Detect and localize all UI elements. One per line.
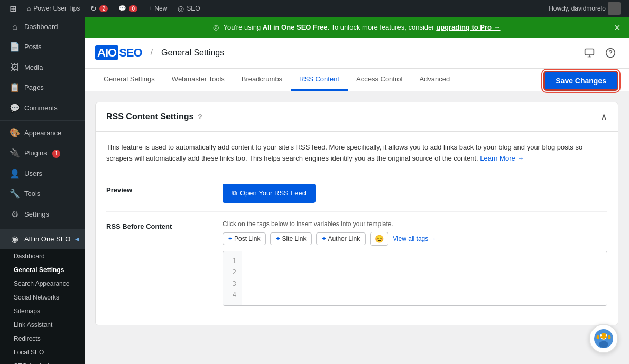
site-name-link[interactable]: ⌂ Power User Tips	[22, 0, 85, 17]
sidebar-item-label: Comments	[24, 104, 58, 113]
rss-before-textarea[interactable]	[242, 251, 607, 305]
chevron-right-icon: ◀	[75, 236, 79, 243]
banner-text: You're using All in One SEO Free. To unl…	[223, 23, 500, 31]
screen-options-button[interactable]	[581, 45, 597, 61]
tab-general-settings[interactable]: General Settings	[95, 69, 163, 91]
sidebar-item-plugins[interactable]: 🔌 Plugins 1	[0, 143, 85, 163]
banner-close-button[interactable]: ✕	[614, 22, 621, 32]
submenu-item-aioseo-dashboard[interactable]: Dashboard	[0, 249, 85, 263]
sidebar-item-label: Users	[24, 169, 42, 179]
content-area: RSS Content Settings ? ∧ This feature is…	[85, 91, 629, 336]
emoji-picker-button[interactable]: 😊	[370, 232, 388, 246]
menu-divider-2	[0, 227, 85, 227]
submenu-item-social-networks[interactable]: Social Networks	[0, 291, 85, 304]
sidebar-item-settings[interactable]: ⚙ Settings	[0, 204, 85, 225]
submenu-item-general-settings[interactable]: General Settings	[0, 263, 85, 277]
comments-link[interactable]: 💬 0	[113, 0, 143, 17]
home-icon: ⌂	[27, 5, 31, 12]
tab-access-control[interactable]: Access Control	[348, 69, 411, 91]
help-button[interactable]	[603, 45, 618, 61]
appearance-icon: 🎨	[10, 127, 20, 139]
user-greeting: Howdy, davidmorelo	[549, 5, 606, 12]
preview-label: Preview	[106, 184, 212, 194]
tab-rss-content[interactable]: RSS Content	[291, 69, 348, 91]
author-link-tag-button[interactable]: + Author Link	[316, 232, 366, 245]
sidebar-item-label: Posts	[24, 42, 42, 52]
open-rss-feed-button[interactable]: ⧉ Open Your RSS Feed	[223, 184, 316, 203]
tab-webmaster-tools[interactable]: Webmaster Tools	[163, 69, 233, 91]
description-text: This feature is used to automatically ad…	[106, 142, 607, 164]
pages-icon: 📋	[10, 82, 20, 94]
view-all-tags-link[interactable]: View all tags →	[393, 235, 436, 242]
submenu-item-link-assistant[interactable]: Link Assistant	[0, 318, 85, 332]
sidebar-item-label: Settings	[24, 210, 49, 219]
svg-point-7	[606, 334, 608, 337]
sidebar-item-appearance[interactable]: 🎨 Appearance	[0, 123, 85, 143]
rss-before-label: RSS Before Content	[106, 220, 212, 230]
seo-icon: ◎	[178, 4, 184, 13]
main-content: ◎ You're using All in One SEO Free. To u…	[85, 17, 629, 364]
sidebar-item-posts[interactable]: 📄 Posts	[0, 37, 85, 57]
sidebar-item-media[interactable]: 🖼 Media	[0, 58, 85, 78]
new-content-link[interactable]: + New	[143, 0, 172, 17]
seo-link[interactable]: ◎ SEO	[172, 0, 205, 17]
svg-rect-0	[585, 49, 594, 55]
tab-advanced[interactable]: Advanced	[411, 69, 458, 91]
tags-instruction: Click on the tags below to insert variab…	[223, 220, 607, 228]
plus-icon: +	[148, 5, 152, 12]
section-title: RSS Content Settings ?	[106, 112, 202, 122]
sidebar-item-aioseo[interactable]: ◉ All in One SEO ◀	[0, 229, 85, 249]
page-title: General Settings	[161, 48, 224, 58]
new-label: New	[154, 5, 167, 12]
svg-point-8	[597, 335, 599, 339]
svg-point-5	[599, 341, 608, 348]
sidebar-item-comments[interactable]: 💬 Comments	[0, 98, 85, 118]
sidebar-item-users[interactable]: 👤 Users	[0, 164, 85, 184]
preview-row: Preview ⧉ Open Your RSS Feed	[106, 175, 607, 211]
site-link-tag-button[interactable]: + Site Link	[270, 232, 312, 245]
learn-more-link[interactable]: Learn More →	[480, 154, 524, 162]
rss-before-editor[interactable]: 1 2 3 4	[223, 251, 607, 306]
upgrade-banner: ◎ You're using All in One SEO Free. To u…	[85, 17, 629, 38]
tab-navigation: General Settings Webmaster Tools Breadcr…	[85, 69, 629, 91]
avatar[interactable]	[608, 2, 621, 15]
wp-logo-icon: ⊞	[10, 4, 16, 14]
sidebar-item-label: Tools	[24, 189, 40, 199]
submenu-item-seo-analysis[interactable]: SEO Analysis	[0, 359, 85, 364]
rss-content-section: RSS Content Settings ? ∧ This feature is…	[95, 102, 618, 325]
plugins-icon: 🔌	[10, 147, 20, 159]
chat-support-bubble[interactable]	[589, 324, 618, 353]
sidebar-item-pages[interactable]: 📋 Pages	[0, 78, 85, 98]
menu-divider	[0, 120, 85, 121]
wp-logo-link[interactable]: ⊞	[4, 0, 22, 17]
external-link-icon: ⧉	[232, 189, 237, 198]
plus-icon: +	[228, 235, 232, 242]
svg-point-6	[600, 334, 602, 337]
updates-icon: ↻	[90, 4, 97, 13]
submenu-item-redirects[interactable]: Redirects	[0, 332, 85, 346]
sidebar-item-tools[interactable]: 🔧 Tools	[0, 184, 85, 204]
rss-before-control: Click on the tags below to insert variab…	[223, 220, 607, 306]
tab-breadcrumbs[interactable]: Breadcrumbs	[233, 69, 291, 91]
sidebar-item-dashboard[interactable]: ⌂ Dashboard	[0, 17, 85, 37]
submenu-item-search-appearance[interactable]: Search Appearance	[0, 277, 85, 291]
banner-icon: ◎	[213, 23, 219, 31]
upgrade-link[interactable]: upgrading to Pro →	[436, 23, 500, 31]
preview-control: ⧉ Open Your RSS Feed	[223, 184, 607, 203]
sidebar-item-label: Pages	[24, 83, 44, 92]
submenu-item-sitemaps[interactable]: Sitemaps	[0, 304, 85, 318]
save-changes-button[interactable]: Save Changes	[543, 71, 618, 91]
seo-label: SEO	[187, 5, 200, 12]
page-header-icons	[581, 45, 618, 61]
collapse-button[interactable]: ∧	[600, 111, 607, 123]
section-help-icon[interactable]: ?	[198, 113, 202, 121]
page-header: AIOSEO / General Settings	[85, 38, 629, 69]
post-link-tag-button[interactable]: + Post Link	[223, 232, 266, 245]
users-icon: 👤	[10, 168, 20, 180]
rss-before-content-row: RSS Before Content Click on the tags bel…	[106, 211, 607, 314]
line-numbers: 1 2 3 4	[223, 251, 242, 305]
submenu-item-local-seo[interactable]: Local SEO	[0, 346, 85, 359]
comments-icon: 💬	[10, 102, 20, 114]
updates-link[interactable]: ↻ 2	[85, 0, 113, 17]
updates-badge: 2	[99, 5, 108, 12]
